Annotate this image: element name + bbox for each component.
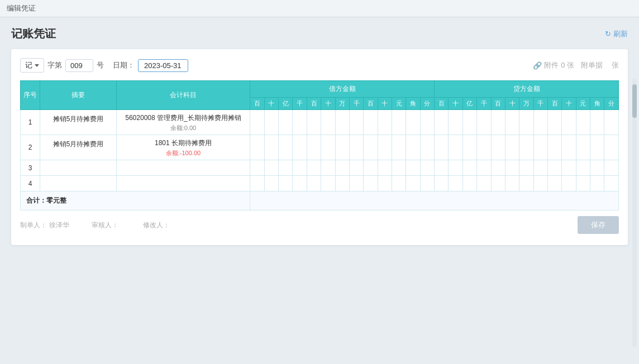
row-digit-2-8[interactable] (364, 160, 378, 176)
row-digit-0-0[interactable] (250, 110, 264, 135)
row-digit-2-18[interactable] (505, 160, 519, 176)
row-digit-2-5[interactable] (321, 160, 335, 176)
row-digit-1-24[interactable] (590, 135, 604, 160)
row-digit-1-12[interactable] (420, 135, 434, 160)
row-digit-1-19[interactable] (519, 135, 533, 160)
row-summary-1[interactable]: 摊销5月待摊费用 (40, 135, 116, 160)
row-digit-0-12[interactable] (420, 110, 434, 135)
row-digit-2-17[interactable] (491, 160, 505, 176)
row-digit-3-23[interactable] (576, 176, 590, 191)
row-digit-2-23[interactable] (576, 160, 590, 176)
row-digit-3-18[interactable] (505, 176, 519, 191)
row-digit-2-0[interactable] (250, 160, 264, 176)
row-digit-2-9[interactable] (378, 160, 392, 176)
row-digit-1-11[interactable] (406, 135, 420, 160)
row-digit-2-12[interactable] (420, 160, 434, 176)
refresh-button[interactable]: ↻ 刷新 (605, 29, 628, 39)
row-digit-0-20[interactable] (533, 110, 547, 135)
row-digit-2-15[interactable] (462, 160, 476, 176)
row-digit-2-1[interactable] (264, 160, 278, 176)
row-digit-0-17[interactable] (491, 110, 505, 135)
row-digit-2-4[interactable] (307, 160, 321, 176)
row-digit-3-22[interactable] (562, 176, 576, 191)
row-digit-2-6[interactable] (335, 160, 349, 176)
row-digit-1-17[interactable] (491, 135, 505, 160)
row-digit-0-8[interactable] (364, 110, 378, 135)
row-summary-2[interactable] (40, 160, 116, 176)
row-digit-2-19[interactable] (519, 160, 533, 176)
row-digit-1-8[interactable] (364, 135, 378, 160)
row-digit-2-20[interactable] (533, 160, 547, 176)
row-digit-0-25[interactable] (604, 110, 619, 135)
row-digit-2-10[interactable] (392, 160, 406, 176)
row-digit-0-7[interactable] (349, 110, 363, 135)
row-digit-0-4[interactable] (307, 110, 321, 135)
row-digit-3-4[interactable] (307, 176, 321, 191)
row-digit-3-13[interactable] (435, 176, 449, 191)
row-digit-3-25[interactable] (604, 176, 619, 191)
row-account-3[interactable] (116, 176, 250, 191)
row-digit-1-25[interactable] (604, 135, 619, 160)
row-digit-0-21[interactable] (547, 110, 561, 135)
scrollbar[interactable] (632, 79, 637, 347)
save-button[interactable]: 保存 (578, 216, 619, 234)
row-digit-3-9[interactable] (378, 176, 392, 191)
row-digit-0-15[interactable] (462, 110, 476, 135)
row-digit-1-0[interactable] (250, 135, 264, 160)
row-account-2[interactable] (116, 160, 250, 176)
row-digit-1-20[interactable] (533, 135, 547, 160)
row-digit-1-7[interactable] (349, 135, 363, 160)
row-digit-0-24[interactable] (590, 110, 604, 135)
row-digit-3-1[interactable] (264, 176, 278, 191)
row-digit-0-13[interactable] (435, 110, 449, 135)
date-field[interactable]: 2023-05-31 (138, 59, 188, 72)
row-digit-0-2[interactable] (279, 110, 293, 135)
row-digit-0-22[interactable] (562, 110, 576, 135)
row-digit-2-3[interactable] (293, 160, 307, 176)
row-digit-1-14[interactable] (449, 135, 462, 160)
row-digit-3-7[interactable] (349, 176, 363, 191)
row-digit-1-15[interactable] (462, 135, 476, 160)
row-digit-3-17[interactable] (491, 176, 505, 191)
voucher-type-button[interactable]: 记 (20, 58, 44, 73)
row-digit-2-16[interactable] (477, 160, 491, 176)
row-digit-3-5[interactable] (321, 176, 335, 191)
row-digit-1-10[interactable] (392, 135, 406, 160)
row-digit-0-18[interactable] (505, 110, 519, 135)
row-digit-3-0[interactable] (250, 176, 264, 191)
row-digit-0-11[interactable] (406, 110, 420, 135)
row-digit-1-9[interactable] (378, 135, 392, 160)
row-digit-1-21[interactable] (547, 135, 561, 160)
row-account-1[interactable]: 1801 长期待摊费用余额:-100.00 (116, 135, 250, 160)
row-digit-3-11[interactable] (406, 176, 420, 191)
row-digit-0-6[interactable] (335, 110, 349, 135)
row-digit-2-13[interactable] (435, 160, 449, 176)
row-digit-0-19[interactable] (519, 110, 533, 135)
row-digit-0-16[interactable] (477, 110, 491, 135)
row-digit-0-1[interactable] (264, 110, 278, 135)
row-digit-3-21[interactable] (547, 176, 561, 191)
row-digit-3-8[interactable] (364, 176, 378, 191)
row-digit-1-16[interactable] (477, 135, 491, 160)
row-digit-0-3[interactable] (293, 110, 307, 135)
row-digit-1-2[interactable] (279, 135, 293, 160)
row-digit-1-22[interactable] (562, 135, 576, 160)
row-digit-0-14[interactable] (449, 110, 462, 135)
row-digit-3-20[interactable] (533, 176, 547, 191)
row-digit-1-1[interactable] (264, 135, 278, 160)
row-digit-0-10[interactable] (392, 110, 406, 135)
row-digit-0-23[interactable] (576, 110, 590, 135)
row-account-0[interactable]: 56020008 管理费用_长期待摊费用摊销余额:0.00 (116, 110, 250, 135)
row-digit-0-5[interactable] (321, 110, 335, 135)
row-digit-3-19[interactable] (519, 176, 533, 191)
row-summary-0[interactable]: 摊销5月待摊费用 (40, 110, 116, 135)
row-digit-2-2[interactable] (279, 160, 293, 176)
row-digit-1-5[interactable] (321, 135, 335, 160)
row-digit-2-25[interactable] (604, 160, 619, 176)
row-digit-3-24[interactable] (590, 176, 604, 191)
row-digit-1-23[interactable] (576, 135, 590, 160)
row-digit-2-21[interactable] (547, 160, 561, 176)
row-digit-3-3[interactable] (293, 176, 307, 191)
row-digit-0-9[interactable] (378, 110, 392, 135)
row-digit-1-6[interactable] (335, 135, 349, 160)
